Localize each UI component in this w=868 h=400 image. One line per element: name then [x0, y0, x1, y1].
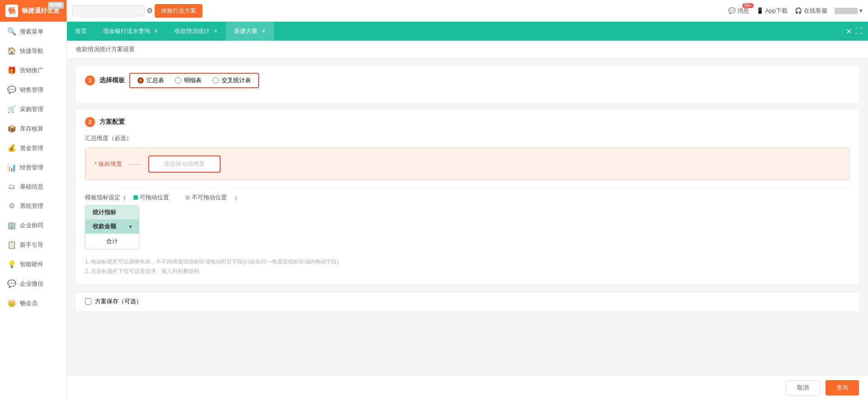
app-download-icon: 📱: [756, 7, 764, 14]
save-checkbox[interactable]: [85, 298, 91, 305]
indicator-section-label: 统计指标: [93, 208, 116, 216]
page-title: 收款情况统计方案设置: [76, 46, 135, 52]
industry-btn[interactable]: 体验行业方案: [155, 4, 203, 18]
sidebar-item-inventory[interactable]: 📦 库存核算: [0, 119, 66, 138]
radio-cross[interactable]: 交叉统计表: [212, 76, 251, 85]
sidebar-item-member[interactable]: 👑 畅会员: [0, 293, 66, 313]
wechat-icon: 💬: [7, 279, 16, 288]
sidebar-item-finance[interactable]: 💰 资金管理: [0, 138, 66, 158]
expand-button[interactable]: ⛶: [855, 27, 863, 35]
radio-detail-input[interactable]: [175, 77, 181, 84]
online-service-label: 在线客服: [804, 7, 827, 15]
radio-summary-input[interactable]: [137, 77, 144, 84]
sidebar-label-inventory: 库存核算: [20, 125, 43, 133]
indicator-column-header[interactable]: 收款金额 ▾: [85, 220, 139, 234]
base-info-icon: 🗂: [7, 183, 16, 191]
sidebar-label-smart-hw: 智能硬件: [20, 260, 43, 268]
marketing-icon: 🎁: [7, 66, 16, 75]
radio-detail[interactable]: 明细表: [175, 76, 202, 85]
sales-icon: 💬: [7, 85, 16, 94]
step2-number: 2: [85, 117, 95, 127]
notification-area[interactable]: 💬 消息 99+: [728, 7, 749, 15]
nav-tabs-right: ✕ ⛶: [846, 27, 868, 36]
stats-table-header: 统计指标: [85, 206, 139, 220]
sidebar-item-sales[interactable]: 💬 销售管理: [0, 80, 66, 99]
step1-title: 选择模板: [99, 76, 125, 85]
sidebar-label-marketing: 营销推广: [20, 66, 43, 75]
close-paren: ）: [234, 193, 240, 202]
vertical-dim-label: * 纵向维度: [94, 160, 122, 168]
dim-row: * 纵向维度 —— 请选择分组维度: [94, 155, 840, 173]
sidebar-item-guide[interactable]: 📋 新手引导: [0, 235, 66, 254]
breadcrumb-input[interactable]: [72, 5, 145, 16]
indicator-chevron-down[interactable]: ▾: [129, 224, 132, 229]
sidebar-item-operations[interactable]: 📊 经营管理: [0, 158, 66, 177]
breadcrumb-area: ⚙ 体验行业方案: [72, 4, 725, 18]
tab-bank-flow-label: 现金银行流水查询: [103, 27, 150, 35]
app-download-area[interactable]: 📱 App下载: [756, 7, 788, 15]
user-name: ██████: [835, 8, 858, 14]
dimension-area: * 纵向维度 —— 请选择分组维度: [85, 148, 850, 180]
indicators-section: 模板指标设定（ 可拖动位置 不可拖动位置 ）: [85, 193, 850, 275]
quick-nav-icon: 🏠: [7, 47, 16, 55]
guide-icon: 📋: [7, 240, 16, 249]
tab-collection-stats[interactable]: 收款情况统计 ✕: [166, 22, 226, 41]
smart-hw-icon: 💡: [7, 260, 16, 268]
tab-new-plan[interactable]: 新建方案 ✕: [226, 22, 274, 41]
query-button[interactable]: 查询: [826, 380, 859, 395]
tab-bank-flow[interactable]: 现金银行流水查询 ✕: [95, 22, 166, 41]
tab-new-plan-label: 新建方案: [234, 27, 258, 35]
dim-select-box[interactable]: 请选择分组维度: [148, 155, 221, 173]
radio-summary[interactable]: 汇总表: [137, 76, 164, 85]
tab-home[interactable]: 首页: [67, 22, 95, 41]
indicator-settings-label: 模板指标设定（: [85, 193, 126, 202]
tab-bank-flow-close[interactable]: ✕: [154, 28, 158, 34]
radio-cross-input[interactable]: [212, 77, 219, 84]
member-icon: 👑: [7, 299, 16, 307]
sidebar-label-base-info: 基础信息: [20, 183, 43, 191]
sidebar-item-wechat[interactable]: 💬 企业微信: [0, 274, 66, 293]
step1-number: 1: [85, 75, 95, 85]
radio-summary-label: 汇总表: [146, 76, 164, 85]
content-area: 收款情况统计方案设置 1 选择模板 汇总表 明细表: [67, 41, 868, 375]
sidebar-label-member: 畅会员: [20, 299, 38, 307]
online-service-area[interactable]: 🎧 在线客服: [795, 7, 827, 15]
sidebar-badge: 标准版: [48, 2, 64, 9]
tip-2: 2. 点击标题栏下拉可设置排序、插入列和删除列: [85, 268, 850, 275]
tab-collection-stats-close[interactable]: ✕: [213, 28, 218, 34]
step2-title: 方案配置: [99, 118, 125, 126]
non-draggable-label: 不可拖动位置: [192, 193, 227, 202]
step2-section: 2 方案配置 汇总维度（必选） * 纵向维度 —— 请选择分组维度: [76, 110, 859, 284]
finance-icon: 💰: [7, 144, 16, 152]
dim-placeholder: 请选择分组维度: [164, 160, 205, 167]
page-header: 收款情况统计方案设置: [67, 41, 868, 58]
app-download-label: App下载: [765, 7, 788, 15]
sidebar-item-search-menu[interactable]: 🔍 搜索菜单: [0, 22, 66, 41]
sidebar-label-finance: 资金管理: [20, 144, 43, 152]
close-all-tabs-button[interactable]: ✕: [846, 27, 852, 36]
drag-dot: [133, 195, 138, 200]
sidebar-item-system[interactable]: ⚙ 系统管理: [0, 196, 66, 216]
sidebar-label-enterprise: 企业协同: [20, 221, 43, 230]
no-drag-dot: [185, 195, 190, 200]
tab-new-plan-close[interactable]: ✕: [261, 28, 266, 34]
sidebar-item-purchase[interactable]: 🛒 采购管理: [0, 99, 66, 119]
tab-home-label: 首页: [75, 27, 87, 35]
sidebar-item-quick-nav[interactable]: 🏠 快捷导航: [0, 41, 66, 61]
notification-badge: 99+: [742, 3, 754, 8]
sidebar-label-guide: 新手引导: [20, 241, 43, 249]
sidebar-item-enterprise[interactable]: 🏢 企业协同: [0, 216, 66, 235]
sidebar-item-smart-hw[interactable]: 💡 智能硬件: [0, 254, 66, 274]
tip-1: 1. 拖动标题栏可以调整布局，不可跨维度或指标区域拖动栏目字段(只能在同一维度或…: [85, 258, 850, 266]
separator: [176, 194, 178, 201]
sidebar-item-marketing[interactable]: 🎁 营销推广: [0, 61, 66, 80]
sidebar-item-base-info[interactable]: 🗂 基础信息: [0, 177, 66, 196]
radio-cross-label: 交叉统计表: [222, 76, 251, 85]
indicator-label-row: 模板指标设定（ 可拖动位置 不可拖动位置 ）: [85, 193, 850, 202]
bottom-save-section: 方案保存（可选）: [76, 292, 859, 311]
logo-icon: 畅: [5, 5, 18, 17]
cancel-button[interactable]: 取消: [786, 380, 820, 395]
gear-button[interactable]: ⚙: [146, 6, 153, 15]
search-menu-icon: 🔍: [7, 27, 16, 36]
user-area[interactable]: ██████ ▾: [835, 7, 863, 14]
